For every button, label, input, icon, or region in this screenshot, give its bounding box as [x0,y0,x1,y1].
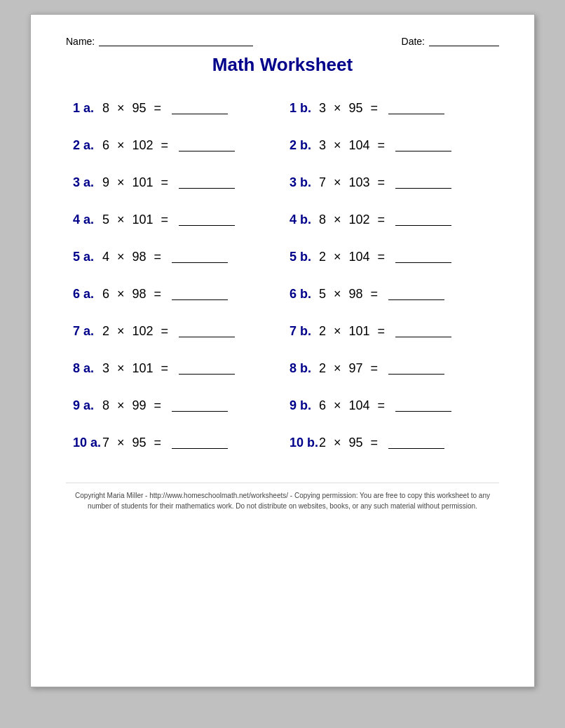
answer-line[interactable] [388,103,444,114]
num1: 6 [102,138,109,153]
problem-equation: 9 × 101 = [102,175,235,190]
num1: 8 [319,213,326,227]
date-field: Date: [402,36,499,47]
num1: 7 [319,175,326,190]
name-line[interactable] [99,36,253,46]
problem-cell: 8 b.2 × 97 = [282,350,499,387]
num2: 103 [349,175,370,190]
answer-line[interactable] [179,177,235,189]
answer-line[interactable] [388,289,444,300]
num2: 102 [349,213,370,227]
answer-line[interactable] [179,363,235,375]
eq: = [374,250,389,264]
problem-equation: 6 × 104 = [319,398,451,413]
op: × [114,138,128,153]
eq: = [158,213,172,227]
problem-equation: 5 × 98 = [319,287,444,302]
eq: = [367,361,382,376]
num2: 97 [349,361,363,376]
answer-line[interactable] [172,438,228,449]
answer-line[interactable] [179,326,235,337]
num2: 101 [132,213,154,227]
problem-cell: 6 b.5 × 98 = [282,276,499,313]
op: × [114,287,128,302]
problem-cell: 10 a.7 × 95 = [66,424,282,461]
num1: 8 [102,398,109,413]
answer-line[interactable] [395,177,451,189]
num2: 95 [349,101,363,116]
op: × [330,101,345,116]
answer-line[interactable] [395,326,451,337]
num1: 2 [319,436,326,450]
op: × [114,436,128,450]
problem-label: 4 a. [73,213,102,227]
eq: = [367,287,382,302]
problem-equation: 2 × 97 = [319,361,444,376]
date-line[interactable] [429,36,499,46]
answer-line[interactable] [172,400,228,412]
num1: 2 [319,250,326,264]
problem-label: 3 a. [73,175,102,190]
problem-equation: 7 × 103 = [319,175,451,190]
problem-label: 1 b. [290,101,319,116]
num2: 95 [132,101,147,116]
date-label: Date: [402,36,425,47]
op: × [114,361,128,376]
problem-equation: 7 × 95 = [102,436,228,450]
op: × [114,398,128,413]
problem-label: 10 a. [73,436,102,450]
num1: 3 [102,361,109,376]
answer-line[interactable] [172,103,228,114]
answer-line[interactable] [395,140,451,151]
answer-line[interactable] [172,252,228,263]
problem-label: 7 b. [290,324,319,339]
problem-equation: 6 × 98 = [102,287,228,302]
problem-equation: 4 × 98 = [102,250,228,264]
num2: 101 [132,175,154,190]
eq: = [158,324,172,339]
problem-cell: 10 b.2 × 95 = [282,424,499,461]
eq: = [374,138,389,153]
eq: = [374,324,389,339]
problem-equation: 8 × 99 = [102,398,228,413]
problem-cell: 2 a.6 × 102 = [66,127,282,164]
num2: 101 [349,324,370,339]
op: × [114,101,128,116]
answer-line[interactable] [388,363,444,375]
op: × [330,175,345,190]
problem-label: 3 b. [290,175,319,190]
op: × [114,324,128,339]
problem-cell: 9 a.8 × 99 = [66,387,282,424]
answer-line[interactable] [172,289,228,300]
num2: 102 [132,324,154,339]
problem-label: 6 a. [73,287,102,302]
problem-cell: 7 b.2 × 101 = [282,313,499,350]
num2: 95 [349,436,363,450]
num1: 2 [102,324,109,339]
op: × [330,287,345,302]
eq: = [374,213,389,227]
num1: 2 [319,324,326,339]
answer-line[interactable] [179,215,235,226]
problem-equation: 3 × 101 = [102,361,235,376]
problem-label: 7 a. [73,324,102,339]
copyright-text: Copyright Maria Miller - http://www.home… [66,483,499,511]
op: × [330,250,345,264]
answer-line[interactable] [395,252,451,263]
problem-equation: 8 × 95 = [102,101,228,116]
worksheet-page: Name: Date: Math Worksheet 1 a.8 × 95 = … [30,14,535,687]
problem-label: 8 b. [290,361,319,376]
num2: 98 [132,250,147,264]
answer-line[interactable] [179,140,235,151]
eq: = [158,175,172,190]
problem-cell: 5 b.2 × 104 = [282,238,499,276]
eq: = [374,398,389,413]
answer-line[interactable] [395,215,451,226]
problem-label: 8 a. [73,361,102,376]
eq: = [151,287,165,302]
header-row: Name: Date: [66,36,499,47]
op: × [330,213,345,227]
answer-line[interactable] [388,438,444,449]
answer-line[interactable] [395,400,451,412]
op: × [330,398,345,413]
